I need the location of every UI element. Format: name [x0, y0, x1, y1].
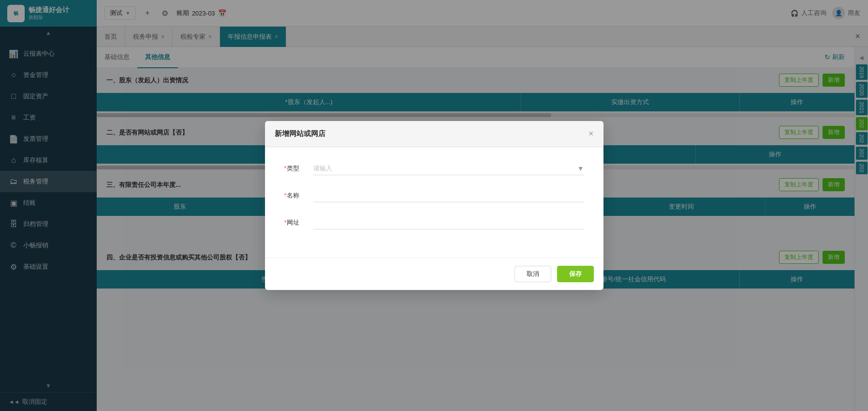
- save-button[interactable]: 保存: [557, 266, 594, 282]
- form-label-name: *名称: [284, 191, 313, 200]
- form-label-url: *网址: [284, 218, 313, 227]
- modal-footer: 取消 保存: [265, 258, 603, 290]
- cancel-button[interactable]: 取消: [515, 266, 551, 282]
- form-label-type: *类型: [284, 164, 313, 173]
- form-input-wrapper-url: [313, 216, 584, 229]
- url-input[interactable]: [313, 216, 584, 229]
- type-dropdown-icon[interactable]: ▼: [577, 165, 584, 172]
- type-input[interactable]: [313, 162, 584, 175]
- form-input-wrapper-type: ▼: [313, 162, 584, 175]
- form-row-url: *网址: [284, 216, 584, 229]
- form-input-wrapper-name: [313, 189, 584, 202]
- modal-body: *类型 ▼ *名称 *网址: [265, 147, 603, 258]
- modal-close-button[interactable]: ×: [588, 129, 594, 139]
- modal-title: 新增网站或网店: [275, 129, 325, 138]
- form-row-type: *类型 ▼: [284, 162, 584, 175]
- modal-overlay[interactable]: 新增网站或网店 × *类型 ▼ *名称: [0, 0, 868, 411]
- name-input[interactable]: [313, 189, 584, 202]
- modal-header: 新增网站或网店 ×: [265, 121, 603, 147]
- form-row-name: *名称: [284, 189, 584, 202]
- modal-add-website: 新增网站或网店 × *类型 ▼ *名称: [265, 121, 603, 290]
